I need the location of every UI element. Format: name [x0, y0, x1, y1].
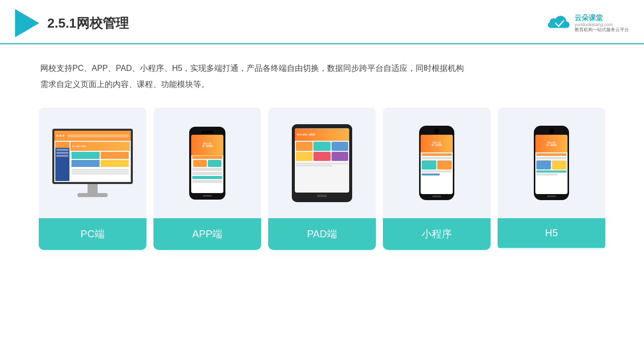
logo-domain: yunduoketang.com — [575, 22, 629, 28]
card-miniprogram: 职达人的第一堂网课 小程序 — [383, 108, 491, 250]
cloud-logo: 云朵课堂 yunduoketang.com 教育机构一站式服务云平台 — [547, 14, 629, 33]
cloud-icon — [547, 14, 572, 32]
card-miniprogram-image: 职达人的第一堂网课 — [383, 108, 491, 218]
header-left: 2.5.1网校管理 — [15, 9, 129, 37]
page-title: 2.5.1网校管理 — [47, 15, 129, 32]
description-block: 网校支持PC、APP、PAD、小程序、H5，实现多端打通，产品各终端自由切换，数… — [0, 44, 644, 93]
miniprogram-phone-icon: 职达人的第一堂网课 — [419, 126, 454, 200]
app-phone-icon: 职达人的第一堂网课 — [189, 127, 225, 200]
header-right: 云朵课堂 yunduoketang.com 教育机构一站式服务云平台 — [547, 14, 629, 33]
card-pc-image: 职达人的第一堂网课 — [39, 108, 146, 218]
card-app: 职达人的第一堂网课 AP — [153, 108, 261, 250]
card-pc-label: PC端 — [39, 218, 146, 250]
description-line2: 需求自定义页面上的内容、课程、功能模块等。 — [40, 76, 604, 93]
card-h5-image: 职达人的第一堂网课 — [498, 108, 605, 218]
pad-tablet-icon: 职达人的第一堂网课 — [292, 124, 352, 202]
card-app-label: APP端 — [153, 218, 261, 250]
card-pad: 职达人的第一堂网课 — [268, 108, 376, 250]
page-header: 2.5.1网校管理 云朵课堂 yunduoketang.com 教育机构一站式服… — [0, 0, 644, 44]
card-miniprogram-label: 小程序 — [383, 218, 491, 250]
card-app-image: 职达人的第一堂网课 — [153, 108, 261, 218]
card-h5: 职达人的第一堂网课 H5 — [498, 108, 605, 250]
card-pc: 职达人的第一堂网课 — [39, 108, 146, 250]
description-line1: 网校支持PC、APP、PAD、小程序、H5，实现多端打通，产品各终端自由切换，数… — [40, 60, 604, 76]
card-pad-image: 职达人的第一堂网课 — [268, 108, 376, 218]
card-h5-label: H5 — [498, 218, 605, 248]
platform-cards-container: 职达人的第一堂网课 — [0, 93, 644, 250]
logo-brand-name: 云朵课堂 — [575, 14, 629, 22]
h5-phone-icon: 职达人的第一堂网课 — [534, 126, 569, 200]
card-pad-label: PAD端 — [268, 218, 376, 250]
brand-triangle-icon — [15, 9, 39, 37]
pc-monitor-icon: 职达人的第一堂网课 — [52, 129, 133, 197]
logo-text-block: 云朵课堂 yunduoketang.com 教育机构一站式服务云平台 — [575, 14, 629, 33]
logo-tagline: 教育机构一站式服务云平台 — [575, 27, 629, 33]
